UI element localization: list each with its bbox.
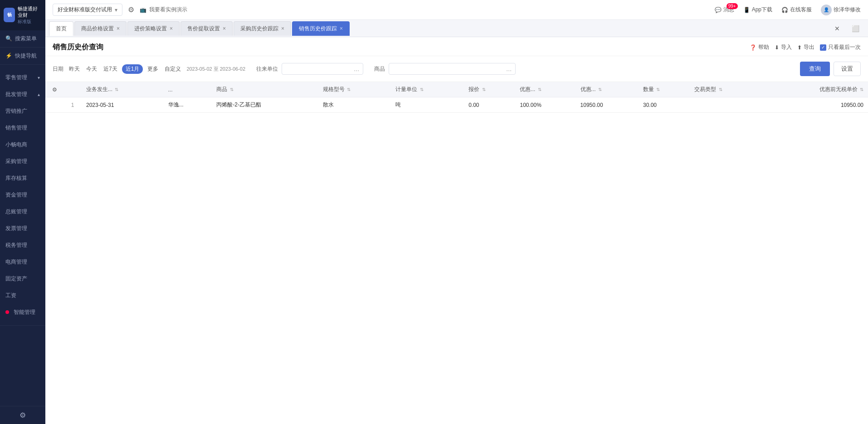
col-header-discount2[interactable]: 优惠... ⇅ — [576, 82, 639, 97]
row-biz-date-cell: 2023-05-31 — [82, 97, 164, 113]
sidebar-item-tax[interactable]: 税务管理 — [0, 237, 45, 254]
tab-home[interactable]: 首页 — [49, 21, 73, 36]
tab-sale-history[interactable]: 销售历史价跟踪 × — [292, 21, 350, 36]
sidebar-item-purchase[interactable]: 采购管理 — [0, 153, 45, 170]
sidebar-item-wholesale[interactable]: 批发管理 ▴ — [0, 86, 45, 103]
import-label: 导入 — [781, 43, 792, 51]
col-header-price[interactable]: 报价 ⇅ — [464, 82, 515, 97]
topbar-settings-icon[interactable]: ⚙ — [128, 5, 134, 14]
col-header-spec[interactable]: 规格型号 ⇅ — [318, 82, 391, 97]
date-opt-more[interactable]: 更多 — [146, 64, 160, 74]
sidebar-bottom-settings[interactable]: ⚙ — [0, 406, 45, 424]
col-header-biz-date[interactable]: 业务发生... ⇅ — [82, 82, 164, 97]
sidebar-item-retail[interactable]: 零售管理 ▾ — [0, 69, 45, 86]
sidebar-item-marketing[interactable]: 营销推广 — [0, 103, 45, 120]
sidebar-item-purchase-label: 采购管理 — [5, 158, 40, 165]
close-tab-purchase-strategy-icon[interactable]: × — [170, 25, 173, 32]
help-button[interactable]: ❓ 帮助 — [750, 43, 769, 51]
app-download-label: App下载 — [752, 6, 772, 14]
row-price-cell: 0.00 — [464, 97, 515, 113]
messages-button[interactable]: 💬 消息 99+ — [715, 6, 734, 14]
main-content: 好业财标准版交付试用 ▾ ⚙ 📺 我要看实例演示 💬 消息 99+ 📱 App下… — [45, 0, 868, 424]
setting-button[interactable]: 设置 — [834, 62, 861, 76]
tab-purchase-history[interactable]: 采购历史价跟踪 × — [234, 21, 291, 36]
col-header-settings[interactable]: ⚙ — [45, 82, 63, 97]
window-controls: ✕ ⬜ — [828, 20, 864, 37]
sidebar-item-finance[interactable]: 资金管理 — [0, 187, 45, 203]
sidebar-item-salary[interactable]: 工资 — [0, 287, 45, 304]
sidebar-quicknav[interactable]: ⚡ 快捷导航 — [0, 48, 45, 65]
sidebar-item-finance-label: 资金管理 — [5, 191, 40, 199]
close-window-button[interactable]: ✕ — [828, 20, 846, 37]
tab-purchase-strategy[interactable]: 进价策略设置 × — [127, 21, 180, 36]
sidebar-item-salary-label: 工资 — [5, 292, 40, 299]
user-name-label: 徐泽华修改 — [834, 6, 861, 14]
source-unit-input[interactable]: ... — [282, 63, 363, 75]
sort-icon-biz-date: ⇅ — [115, 87, 118, 92]
product-label: 商品 — [374, 65, 385, 73]
sidebar-item-smart[interactable]: 智能管理 — [0, 304, 45, 321]
search-icon: 🔍 — [5, 35, 12, 42]
row-spec-cell: 散水 — [318, 97, 391, 113]
filter-actions: 查询 设置 — [800, 62, 861, 76]
close-tab-product-price-icon[interactable]: × — [117, 25, 120, 32]
col-header-unit[interactable]: 计量单位 ⇅ — [391, 82, 464, 97]
sidebar-search[interactable]: 🔍 搜索菜单 — [0, 30, 45, 48]
date-opt-7days[interactable]: 近7天 — [102, 64, 119, 74]
sidebar-item-ecommerce-small-label: 小畅电商 — [5, 141, 40, 149]
version-select[interactable]: 好业财标准版交付试用 ▾ — [53, 4, 122, 16]
close-tab-sale-history-icon[interactable]: × — [340, 25, 343, 32]
date-opt-custom[interactable]: 自定义 — [163, 64, 183, 74]
tab-sale-extract[interactable]: 售价提取设置 × — [180, 21, 233, 36]
table-header-row: ⚙ 业务发生... ⇅ ... 商品 ⇅ — [45, 82, 868, 97]
col-header-more[interactable]: ... — [164, 82, 212, 97]
table-row[interactable]: 1 2023-05-31 华逸... 丙烯酸-2-乙基已酯 散水 吨 0.00 … — [45, 97, 868, 113]
date-opt-yesterday[interactable]: 昨天 — [67, 64, 82, 74]
col-header-discount1[interactable]: 优惠... ⇅ — [515, 82, 575, 97]
sidebar-item-ecommerce[interactable]: 电商管理 — [0, 254, 45, 270]
close-tab-purchase-history-icon[interactable]: × — [281, 25, 284, 32]
app-download-button[interactable]: 📱 App下载 — [743, 6, 772, 14]
user-profile-button[interactable]: 👤 徐泽华修改 — [821, 5, 861, 15]
sidebar: 畅 畅捷通好业财 标准版 🔍 搜索菜单 ⚡ 快捷导航 零售管理 ▾ 批发管理 ▴… — [0, 0, 45, 424]
col-header-quantity[interactable]: 数量 ⇅ — [639, 82, 690, 97]
product-filter-group: 商品 ... — [374, 63, 516, 75]
sidebar-item-sales[interactable]: 销售管理 — [0, 120, 45, 136]
sidebar-item-invoice[interactable]: 发票管理 — [0, 220, 45, 237]
tab-purchase-history-label: 采购历史价跟踪 — [240, 25, 278, 33]
import-button[interactable]: ⬇ 导入 — [775, 43, 792, 51]
col-header-product[interactable]: 商品 ⇅ — [212, 82, 318, 97]
chevron-up-icon: ▴ — [38, 92, 40, 97]
chevron-right-icon: ▾ — [38, 75, 40, 80]
demo-icon: 📺 — [140, 7, 146, 13]
settings-icon[interactable]: ⚙ — [20, 411, 26, 419]
sidebar-item-ledger[interactable]: 总账管理 — [0, 203, 45, 220]
online-service-button[interactable]: 🎧 在线客服 — [781, 6, 812, 14]
sidebar-search-label: 搜索菜单 — [15, 35, 37, 43]
col-header-trade-type[interactable]: 交易类型 ⇅ — [690, 82, 763, 97]
sidebar-item-tax-label: 税务管理 — [5, 241, 40, 249]
tab-product-price[interactable]: 商品价格设置 × — [74, 21, 127, 36]
row-discount2-cell: 10950.00 — [576, 97, 639, 113]
last-only-checkbox[interactable]: ✓ 只看最后一次 — [820, 43, 861, 51]
sidebar-item-assets[interactable]: 固定资产 — [0, 270, 45, 287]
close-tab-sale-extract-icon[interactable]: × — [223, 25, 226, 32]
sidebar-item-sales-label: 销售管理 — [5, 124, 40, 132]
query-button[interactable]: 查询 — [800, 62, 830, 76]
date-opt-today[interactable]: 今天 — [84, 64, 99, 74]
topbar-demo-link[interactable]: 📺 我要看实例演示 — [140, 6, 187, 14]
row-pretax-price-cell: 10950.00 — [763, 97, 868, 113]
maximize-window-icon: ⬜ — [852, 25, 859, 32]
sidebar-item-inventory[interactable]: 库存核算 — [0, 170, 45, 187]
page-area: 销售历史价查询 ❓ 帮助 ⬇ 导入 ⬆ 导出 ✓ 只看最后一次 — [45, 37, 868, 424]
date-opt-1month[interactable]: 近1月 — [122, 64, 143, 74]
maximize-window-button[interactable]: ⬜ — [846, 20, 864, 37]
export-button[interactable]: ⬆ 导出 — [797, 43, 814, 51]
tab-home-label: 首页 — [56, 25, 67, 33]
close-window-icon: ✕ — [834, 25, 840, 32]
export-label: 导出 — [804, 43, 814, 51]
sidebar-item-ecommerce-small[interactable]: 小畅电商 — [0, 136, 45, 153]
product-input[interactable]: ... — [389, 63, 516, 75]
col-header-pretax-price[interactable]: 优惠前无税单价 ⇅ — [763, 82, 868, 97]
sidebar-item-ecommerce-label: 电商管理 — [5, 258, 40, 266]
